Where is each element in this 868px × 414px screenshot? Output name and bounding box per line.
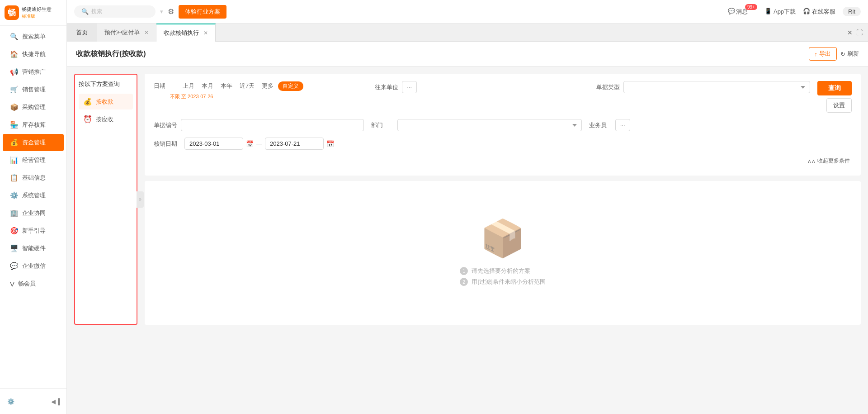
industry-btn[interactable]: 体验行业方案 xyxy=(179,5,226,19)
dept-select[interactable] xyxy=(397,119,581,131)
tab-bar-actions: ✕ ⛶ xyxy=(847,29,868,36)
qd-more[interactable]: 更多 xyxy=(259,81,276,91)
verify-date-end[interactable] xyxy=(265,138,324,150)
header-left: 🔍 搜索 ▾ ⚙ 体验行业方案 xyxy=(74,5,226,19)
sidebar: 畅 畅捷通好生意 标准版 🔍 搜索菜单 🏠 快捷导航 📢 营销推广 🛒 销售管理… xyxy=(0,0,67,414)
sidebar-item-inventory[interactable]: 🏪 库存核算 xyxy=(3,116,64,133)
header-dropdown-icon[interactable]: ▾ xyxy=(160,8,163,15)
tab-home[interactable]: 首页 xyxy=(67,24,97,42)
user-avatar[interactable]: Rit xyxy=(843,7,861,16)
settings-form-btn[interactable]: 设置 xyxy=(826,98,852,113)
sidebar-item-purchase[interactable]: 📦 采购管理 xyxy=(3,99,64,116)
tab-prepay-close[interactable]: ✕ xyxy=(144,29,149,36)
main-area: 🔍 搜索 ▾ ⚙ 体验行业方案 💬 消息 99+ 📱 App下载 🎧 在线客服 xyxy=(67,0,868,414)
sidebar-item-sales[interactable]: 🛒 销售管理 xyxy=(3,81,64,98)
operations-icon: 📊 xyxy=(10,156,19,164)
doc-type-select[interactable] xyxy=(623,81,810,93)
tab-receipt-verify-close[interactable]: ✕ xyxy=(203,30,208,36)
sidebar-item-system[interactable]: ⚙️ 系统管理 xyxy=(3,187,64,204)
sidebar-item-enterprise[interactable]: 🏢 企业协同 xyxy=(3,205,64,222)
cal-start-icon[interactable]: 📅 xyxy=(246,140,254,148)
sidebar-item-basic-info[interactable]: 📋 基础信息 xyxy=(3,169,64,186)
qd-last-month[interactable]: 上月 xyxy=(180,81,197,91)
online-service-btn[interactable]: 🎧 在线客服 xyxy=(803,8,835,16)
sidebar-item-hardware[interactable]: 🖥️ 智能硬件 xyxy=(3,240,64,257)
doc-number-input[interactable] xyxy=(181,119,364,131)
enterprise-icon: 🏢 xyxy=(10,209,19,217)
qd-this-year[interactable]: 本年 xyxy=(218,81,235,91)
logo-title: 畅捷通好生意 xyxy=(22,6,52,13)
qd-7days[interactable]: 近7天 xyxy=(237,81,257,91)
page-title: 收款核销执行(按收款) xyxy=(76,49,146,59)
sidebar-item-guide[interactable]: 🎯 新手引导 xyxy=(3,222,64,239)
sidebar-menu: 🔍 搜索菜单 🏠 快捷导航 📢 营销推广 🛒 销售管理 📦 采购管理 🏪 库存核… xyxy=(0,26,66,388)
qd-custom-active[interactable]: 自定义 xyxy=(278,81,303,91)
app-download-btn[interactable]: 📱 App下载 xyxy=(764,8,796,16)
page-header-actions: ↑ 导出 ↻ 刷新 xyxy=(809,47,859,61)
logo-subtitle: 标准版 xyxy=(22,13,52,19)
hint-item-1: 1 请先选择要分析的方案 xyxy=(460,267,545,275)
sidebar-item-finance[interactable]: 💰 资金管理 xyxy=(3,134,64,151)
hint-list: 1 请先选择要分析的方案 2 用[过滤]条件来缩小分析范围 xyxy=(460,267,545,289)
receivable-icon: ⏰ xyxy=(83,115,92,124)
receipt-icon: 💰 xyxy=(83,97,92,106)
message-badge: 99+ xyxy=(745,4,757,10)
hint-num-2: 2 xyxy=(460,278,468,286)
tab-bar: 首页 预付冲应付单 ✕ 收款核销执行 ✕ ✕ ⛶ xyxy=(67,24,868,42)
tab-receipt-verify[interactable]: 收款核销执行 ✕ xyxy=(156,24,216,42)
filter-by-receipt[interactable]: 💰 按收款 xyxy=(79,94,133,109)
sidebar-item-operations[interactable]: 📊 经营管理 xyxy=(3,152,64,169)
sidebar-bottom: ⚙️ ◀▐ xyxy=(0,388,66,414)
sidebar-item-wechat[interactable]: 💬 企业微信 xyxy=(3,257,64,275)
cal-end-icon[interactable]: 📅 xyxy=(326,140,334,148)
query-btn[interactable]: 查询 xyxy=(817,81,852,95)
content-body: 按以下方案查询 💰 按收款 ⏰ 按应收 » xyxy=(67,67,868,332)
purchase-icon: 📦 xyxy=(10,103,19,111)
collapse-chevron-icon: ∧∧ xyxy=(807,158,816,164)
tab-close-all-icon[interactable]: ✕ xyxy=(847,29,853,36)
collapse-sidebar-btn[interactable]: ◀▐ xyxy=(47,393,64,409)
sales-icon: 🛒 xyxy=(10,86,19,94)
basic-info-icon: 📋 xyxy=(10,174,19,182)
refresh-btn[interactable]: ↻ 刷新 xyxy=(840,47,859,61)
settings-bottom-btn[interactable]: ⚙️ xyxy=(3,393,19,409)
verify-date-group: 📅 — 📅 xyxy=(184,138,334,150)
header-actions: 💬 消息 99+ 📱 App下载 🎧 在线客服 Rit xyxy=(728,7,861,16)
tab-maximize-icon[interactable]: ⛶ xyxy=(856,29,863,36)
sidebar-item-quick-nav[interactable]: 🏠 快捷导航 xyxy=(3,46,64,63)
inventory-icon: 🏪 xyxy=(10,121,19,129)
sidebar-item-vip[interactable]: V 畅会员 xyxy=(3,275,64,292)
sidebar-item-search[interactable]: 🔍 搜索菜单 xyxy=(3,28,64,45)
staff-label: 业务员 xyxy=(589,121,612,129)
filter-by-receivable[interactable]: ⏰ 按应收 xyxy=(79,111,133,127)
gear-btn[interactable]: ⚙ xyxy=(168,7,174,16)
refresh-icon: ↻ xyxy=(840,51,845,57)
header-search-bar[interactable]: 🔍 搜索 xyxy=(74,5,156,18)
filter-panel: 按以下方案查询 💰 按收款 ⏰ 按应收 » xyxy=(74,74,137,325)
export-btn[interactable]: ↑ 导出 xyxy=(809,47,837,61)
date-separator: — xyxy=(256,140,262,147)
qd-this-month[interactable]: 本月 xyxy=(199,81,216,91)
vip-icon: V xyxy=(10,280,14,288)
sidebar-item-marketing[interactable]: 📢 营销推广 xyxy=(3,63,64,81)
service-icon: 🎧 xyxy=(803,8,810,14)
verify-date-start[interactable] xyxy=(184,138,243,150)
tab-prepay[interactable]: 预付冲应付单 ✕ xyxy=(97,24,156,42)
message-btn[interactable]: 💬 消息 99+ xyxy=(728,8,757,16)
message-icon: 💬 xyxy=(728,8,735,14)
hardware-icon: 🖥️ xyxy=(10,244,19,252)
filter-panel-title: 按以下方案查询 xyxy=(79,80,133,88)
logo-icon: 畅 xyxy=(5,5,19,20)
user-name-label: Rit xyxy=(848,8,855,15)
collapse-more-btn[interactable]: ∧∧ 收起更多条件 xyxy=(154,153,852,168)
staff-select-btn[interactable]: ··· xyxy=(615,119,630,131)
system-icon: ⚙️ xyxy=(10,191,19,200)
search-menu-icon: 🔍 xyxy=(10,33,19,41)
query-actions: 查询 设置 xyxy=(817,81,852,113)
empty-illustration: 📦 xyxy=(480,217,525,260)
search-placeholder: 搜索 xyxy=(91,8,102,15)
party-select-btn[interactable]: ··· xyxy=(402,81,417,93)
guide-icon: 🎯 xyxy=(10,227,19,235)
app-icon: 📱 xyxy=(764,8,772,14)
collapse-filter-btn[interactable]: » xyxy=(137,191,144,208)
